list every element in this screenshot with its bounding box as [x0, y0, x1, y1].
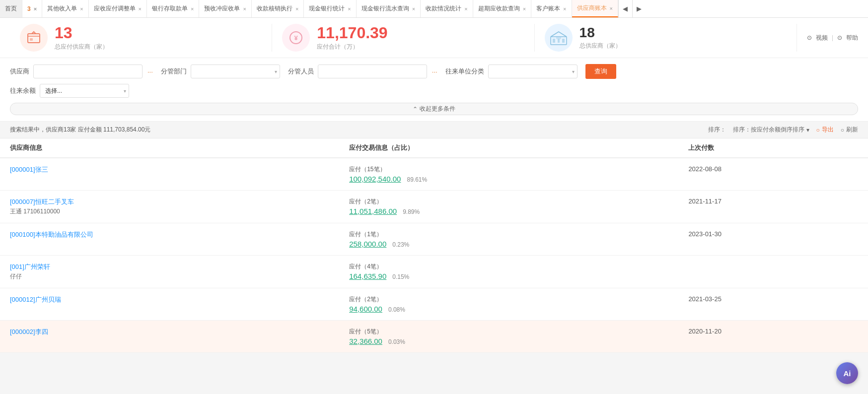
supplier-dots[interactable]: ··· [147, 68, 153, 75]
supplier-info-cell: [000012]广州贝瑞 [10, 295, 349, 304]
close-icon[interactable]: × [243, 6, 246, 12]
collapse-button[interactable]: ⌃ 收起更多条件 [10, 103, 858, 115]
last-pay-date: 2021-03-25 [688, 295, 722, 303]
ap-label: 应付（1笔） [349, 230, 688, 239]
help-link[interactable]: 帮助 [846, 34, 858, 42]
close-icon[interactable]: × [34, 6, 37, 12]
nav-other-income[interactable]: 其他收入单 × [42, 0, 88, 17]
ap-amount[interactable]: 11,051,486.00 [349, 207, 397, 215]
close-icon[interactable]: × [523, 6, 526, 12]
person-label: 分管人员 [288, 67, 314, 76]
supplier-link[interactable]: [000007]恒旺二手叉车 [10, 197, 349, 206]
last-pay-date: 2021-11-17 [688, 197, 722, 205]
close-icon[interactable]: × [295, 6, 298, 12]
filter-area: 供应商 ··· 分管部门 ▾ 分管人员 ··· 往来单位分类 ▾ 查询 往来 [0, 58, 868, 122]
nav-bank-deposit[interactable]: 银行存取款单 × [147, 0, 199, 17]
data-table: 供应商信息 应付交易信息（占比） 上次付数 [000001]张三 应付（15笔）… [0, 138, 868, 353]
nav-receipt-verify[interactable]: 收款核销执行 × [252, 0, 304, 17]
summary-card-ap-total: ¥ 11,170.39 应付合计（万） [272, 24, 534, 52]
filter-supplier: 供应商 ··· [10, 65, 153, 78]
person-input[interactable] [318, 65, 427, 78]
ap-info-cell: 应付（5笔） 32,366.00 0.03% [349, 328, 688, 345]
card-info-suppliers: 13 总应付供应商（家） [55, 24, 108, 51]
card-icon-total [545, 24, 573, 52]
balance-label: 往来余额 [10, 86, 36, 95]
video-link[interactable]: 视频 [816, 34, 828, 42]
ap-pct: 0.15% [392, 273, 409, 280]
ap-amount[interactable]: 94,600.00 [349, 305, 382, 313]
close-icon[interactable]: × [464, 6, 467, 12]
close-icon[interactable]: × [139, 6, 142, 12]
supplier-link[interactable]: [000001]张三 [10, 165, 349, 174]
svg-rect-8 [562, 39, 565, 43]
supplier-input[interactable] [33, 65, 143, 78]
table-row: [000001]张三 应付（15笔） 100,092,540.00 89.61%… [0, 158, 868, 191]
supplier-link[interactable]: [000002]李四 [10, 328, 349, 336]
close-icon[interactable]: × [348, 6, 351, 12]
dept-select[interactable] [191, 65, 280, 78]
table-row: [000002]李四 应付（5笔） 32,366.00 0.03% 2020-1… [0, 321, 868, 353]
balance-select[interactable]: 选择... [40, 84, 129, 98]
ap-pct: 89.61% [407, 176, 427, 183]
nav-receipt-stats[interactable]: 收款情况统计 × [421, 0, 473, 17]
ap-amount[interactable]: 100,092,540.00 [349, 175, 401, 183]
close-icon[interactable]: × [610, 5, 613, 11]
ap-label: 应付（2笔） [349, 295, 688, 304]
last-pay-cell: 2021-11-17 [688, 197, 858, 205]
top-right-actions: ⊙ 视频 | ⊙ 帮助 [797, 34, 858, 42]
close-icon[interactable]: × [191, 6, 194, 12]
ap-label: 应付（5笔） [349, 328, 688, 336]
export-button[interactable]: ○ 导出 [816, 126, 834, 134]
ap-amount[interactable]: 258,000.00 [349, 240, 386, 248]
svg-rect-7 [558, 39, 560, 43]
query-button[interactable]: 查询 [585, 64, 616, 79]
nav-home[interactable]: 首页 [0, 0, 22, 17]
nav-customer-book[interactable]: 客户账本 × [531, 0, 572, 17]
card-info-total: 18 总供应商（家） [579, 25, 621, 50]
balance-wrap: 选择... ▾ [40, 84, 129, 98]
supplier-count: 13 [55, 24, 108, 42]
supplier-link[interactable]: [000100]本特勤油品有限公司 [10, 230, 349, 239]
help-icon: ⊙ [837, 34, 842, 41]
close-icon[interactable]: × [412, 6, 415, 12]
supplier-link[interactable]: [000012]广州贝瑞 [10, 295, 349, 304]
nav-cash-bank-flow[interactable]: 现金银行流水查询 × [357, 0, 421, 17]
filter-row-2: 往来余额 选择... ▾ [10, 84, 858, 98]
table-row: [000100]本特勤油品有限公司 应付（1笔） 258,000.00 0.23… [0, 223, 868, 256]
ap-amount-row: 164,635.90 0.15% [349, 271, 688, 280]
close-icon[interactable]: × [80, 6, 83, 12]
ap-amount[interactable]: 32,366.00 [349, 337, 382, 345]
refresh-label: 刷新 [846, 126, 858, 134]
close-icon[interactable]: × [563, 6, 566, 12]
nav-cash-bank-stats[interactable]: 现金银行统计 × [304, 0, 356, 17]
nav-supplier-book[interactable]: 供应商账本 × [572, 0, 618, 17]
nav-next-arrow[interactable]: ▶ [632, 0, 646, 17]
nav-tab-3[interactable]: 3 × [22, 0, 42, 17]
result-actions: 排序： 排序：按应付余额倒序排序 ▾ ○ 导出 ○ 刷新 [708, 126, 859, 134]
supplier-link[interactable]: [001]广州荣轩 [10, 263, 349, 271]
result-summary-text: 搜索结果中，供应商13家 应付金额 111,703,854.00元 [10, 126, 150, 134]
refresh-button[interactable]: ○ 刷新 [841, 126, 858, 134]
ap-amount-row: 32,366.00 0.03% [349, 336, 688, 345]
ap-label: 应付（4笔） [349, 263, 688, 271]
collapse-row: ⌃ 收起更多条件 [10, 103, 858, 117]
ap-pct: 0.08% [388, 306, 405, 313]
collapse-icon: ⌃ [413, 106, 418, 113]
table-row: [001]广州荣轩 仔仔 应付（4笔） 164,635.90 0.15% [0, 256, 868, 288]
ap-info-cell: 应付（15笔） 100,092,540.00 89.61% [349, 165, 688, 183]
svg-rect-0 [28, 34, 40, 43]
supplier-info-cell: [000001]张三 [10, 165, 349, 174]
nav-ar-ap-adjust[interactable]: 应收应付调整单 × [89, 0, 147, 17]
table-row: [000012]广州贝瑞 应付（2笔） 94,600.00 0.08% 2021… [0, 288, 868, 321]
last-pay-cell: 2021-03-25 [688, 295, 858, 303]
person-dots[interactable]: ··· [432, 68, 437, 75]
top-nav: 首页 3 × 其他收入单 × 应收应付调整单 × 银行存取款单 × 预收冲应收单… [0, 0, 868, 18]
sort-select[interactable]: 排序：按应付余额倒序排序 ▾ [733, 126, 809, 134]
nav-overdue-ar[interactable]: 超期应收款查询 × [473, 0, 531, 17]
result-bar: 搜索结果中，供应商13家 应付金额 111,703,854.00元 排序： 排序… [0, 122, 868, 138]
nav-advance-offset[interactable]: 预收冲应收单 × [199, 0, 251, 17]
category-select[interactable] [488, 65, 578, 78]
ap-amount[interactable]: 164,635.90 [349, 272, 386, 280]
nav-prev-arrow[interactable]: ◀ [618, 0, 632, 17]
ap-amount-row: 94,600.00 0.08% [349, 304, 688, 313]
